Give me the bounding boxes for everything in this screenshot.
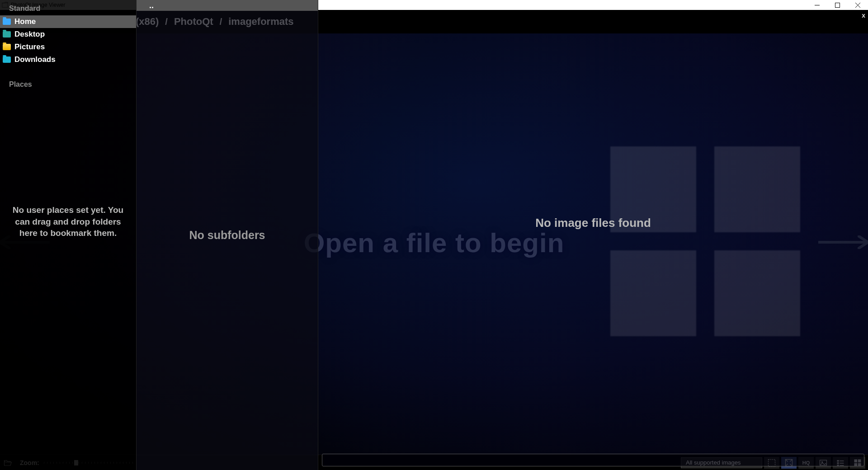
sidebar-places-empty-message: No user places set yet. You can drag and…: [0, 204, 136, 239]
sidebar-item-pictures[interactable]: Pictures: [0, 41, 136, 53]
sidebar-item-desktop[interactable]: Desktop: [0, 28, 136, 41]
sidebar-places-header: Places: [0, 76, 136, 91]
sidebar-item-label: Downloads: [14, 55, 56, 64]
sidebar-standard-header: Standard: [0, 0, 136, 15]
sidebar-item-label: Home: [14, 17, 36, 26]
preview-panel: No image files found: [318, 0, 868, 470]
preview-search-row: [322, 454, 864, 466]
main: Open a file to begin Standard Home Deskt…: [0, 33, 868, 455]
sidebar-item-downloads[interactable]: Downloads: [0, 53, 136, 66]
sidebar-item-label: Desktop: [14, 30, 45, 39]
folder-icon: [3, 44, 11, 50]
preview-empty-message: No image files found: [318, 216, 868, 230]
folder-icon: [3, 56, 11, 63]
folder-icon: [3, 31, 11, 38]
folder-icon: [3, 19, 11, 25]
sidebar-item-home[interactable]: Home: [0, 15, 136, 28]
subfolder-empty-text: No subfolders: [189, 229, 265, 242]
subfolder-column: .. No subfolders: [137, 0, 318, 470]
sidebar: Standard Home Desktop Pictures Downloads…: [0, 0, 137, 470]
subfolder-empty: No subfolders: [137, 0, 318, 470]
preview-search-input[interactable]: [322, 454, 864, 466]
sidebar-item-label: Pictures: [14, 42, 45, 52]
